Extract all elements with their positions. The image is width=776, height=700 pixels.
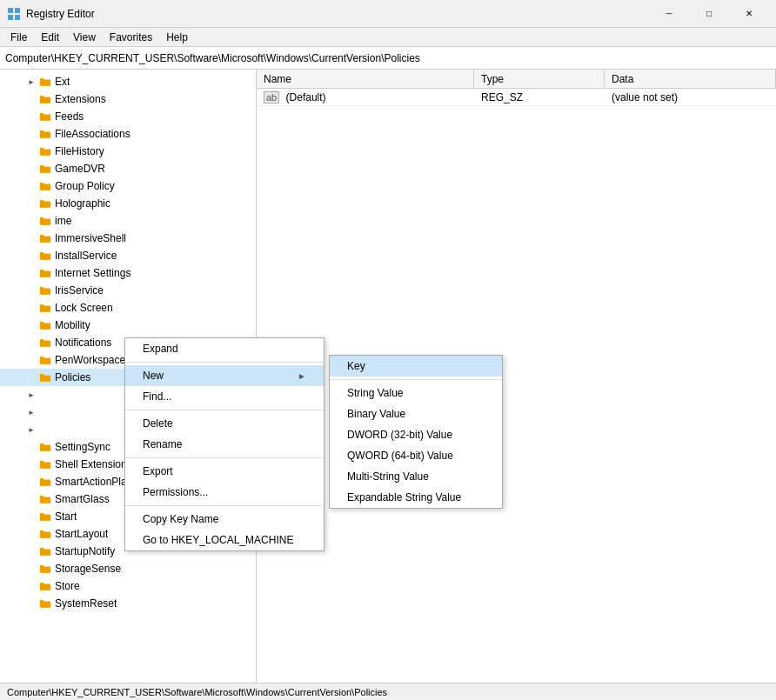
menu-edit[interactable]: Edit bbox=[34, 30, 66, 45]
folder-icon bbox=[38, 127, 52, 141]
tree-item[interactable]: Feeds bbox=[0, 108, 256, 125]
ctx-delete[interactable]: Delete bbox=[125, 413, 324, 434]
title-bar: Registry Editor ─ □ ✕ bbox=[0, 0, 776, 28]
tree-item[interactable]: SystemReset bbox=[0, 595, 256, 612]
maximize-button[interactable]: □ bbox=[689, 0, 729, 28]
chevron-icon: ► bbox=[24, 388, 38, 402]
tree-item[interactable]: ime bbox=[0, 212, 256, 230]
tree-item[interactable]: Mobility bbox=[0, 317, 256, 334]
ctx-find[interactable]: Find... bbox=[125, 386, 324, 407]
svg-rect-0 bbox=[8, 8, 13, 13]
menu-favorites[interactable]: Favorites bbox=[103, 30, 159, 45]
submenu-string-value[interactable]: String Value bbox=[330, 383, 502, 403]
ctx-sep-4 bbox=[125, 505, 324, 506]
detail-cell-name: ab (Default) bbox=[257, 91, 474, 103]
ctx-permissions[interactable]: Permissions... bbox=[125, 482, 324, 503]
folder-icon bbox=[38, 544, 52, 558]
ctx-new[interactable]: New ► bbox=[125, 365, 324, 386]
chevron-icon bbox=[24, 492, 38, 506]
tree-item-label: Feeds bbox=[55, 110, 84, 123]
submenu-multi-string[interactable]: Multi-String Value bbox=[330, 466, 502, 487]
tree-item-label: IrisService bbox=[55, 284, 104, 297]
tree-item[interactable]: Group Policy bbox=[0, 177, 256, 195]
tree-item[interactable]: Holographic bbox=[0, 195, 256, 212]
ctx-export[interactable]: Export bbox=[125, 461, 324, 482]
sub-sep-1 bbox=[330, 379, 502, 380]
tree-item[interactable]: IrisService bbox=[0, 282, 256, 299]
chevron-icon bbox=[24, 336, 38, 350]
ctx-goto-hklm[interactable]: Go to HKEY_LOCAL_MACHINE bbox=[125, 530, 324, 550]
tree-item-label: StorageSense bbox=[55, 563, 121, 575]
tree-item[interactable]: FileHistory bbox=[0, 143, 256, 160]
submenu[interactable]: Key String Value Binary Value DWORD (32-… bbox=[329, 355, 503, 509]
col-header-data: Data bbox=[605, 70, 776, 88]
tree-item-label: Notifications bbox=[55, 337, 111, 349]
tree-item-label: Ext bbox=[55, 76, 70, 88]
svg-rect-2 bbox=[8, 15, 13, 20]
status-text: Computer\HKEY_CURRENT_USER\Software\Micr… bbox=[7, 687, 387, 697]
tree-item[interactable]: StorageSense bbox=[0, 560, 256, 577]
tree-item-label: Group Policy bbox=[55, 180, 115, 192]
menu-view[interactable]: View bbox=[66, 30, 103, 45]
detail-cell-type: REG_SZ bbox=[474, 91, 605, 103]
status-bar: Computer\HKEY_CURRENT_USER\Software\Micr… bbox=[0, 683, 776, 700]
tree-item-label: Lock Screen bbox=[55, 302, 113, 314]
ctx-expand[interactable]: Expand bbox=[125, 338, 324, 359]
tree-item-label: Store bbox=[55, 580, 80, 592]
tree-item[interactable]: GameDVR bbox=[0, 160, 256, 177]
tree-item[interactable]: FileAssociations bbox=[0, 125, 256, 143]
chevron-icon bbox=[24, 266, 38, 280]
tree-item-label: Mobility bbox=[55, 319, 90, 331]
tree-item[interactable]: Store bbox=[0, 577, 256, 595]
tree-item[interactable]: InstallService bbox=[0, 247, 256, 264]
tree-item[interactable]: ImmersiveShell bbox=[0, 230, 256, 247]
tree-item-label: Policies bbox=[55, 371, 90, 383]
chevron-icon bbox=[24, 544, 38, 558]
ctx-rename[interactable]: Rename bbox=[125, 434, 324, 455]
menu-bar: File Edit View Favorites Help bbox=[0, 28, 776, 47]
chevron-icon bbox=[24, 527, 38, 541]
folder-icon bbox=[38, 92, 52, 106]
folder-icon bbox=[38, 562, 52, 576]
ctx-sep-3 bbox=[125, 457, 324, 458]
chevron-icon bbox=[24, 92, 38, 106]
detail-cell-data: (value not set) bbox=[605, 91, 776, 103]
tree-item-label: ime bbox=[55, 215, 71, 227]
menu-help[interactable]: Help bbox=[159, 30, 195, 45]
submenu-expandable-string[interactable]: Expandable String Value bbox=[330, 487, 502, 508]
folder-icon bbox=[38, 301, 52, 315]
col-header-type: Type bbox=[474, 70, 605, 88]
tree-item[interactable]: Extensions bbox=[0, 90, 256, 108]
minimize-button[interactable]: ─ bbox=[649, 0, 689, 28]
tree-item[interactable]: ► Ext bbox=[0, 73, 256, 90]
close-button[interactable]: ✕ bbox=[729, 0, 769, 28]
submenu-binary-value[interactable]: Binary Value bbox=[330, 403, 502, 424]
folder-icon bbox=[38, 597, 52, 610]
folder-icon bbox=[38, 231, 52, 245]
tree-item-label: PenWorkspace bbox=[55, 354, 125, 366]
chevron-icon bbox=[24, 597, 38, 610]
address-bar: Computer\HKEY_CURRENT_USER\Software\Micr… bbox=[0, 47, 776, 70]
folder-icon bbox=[38, 266, 52, 280]
detail-row[interactable]: ab (Default) REG_SZ (value not set) bbox=[257, 89, 776, 106]
chevron-icon bbox=[24, 475, 38, 489]
tree-item-label: Holographic bbox=[55, 197, 110, 210]
ctx-sep-1 bbox=[125, 362, 324, 363]
tree-item[interactable]: Internet Settings bbox=[0, 264, 256, 282]
tree-item-label: SettingSync bbox=[55, 441, 110, 453]
chevron-icon bbox=[24, 510, 38, 523]
folder-icon bbox=[38, 110, 52, 123]
tree-item[interactable]: Lock Screen bbox=[0, 299, 256, 317]
context-menu[interactable]: Expand New ► Find... Delete Rename Expor… bbox=[124, 337, 324, 551]
address-path[interactable]: Computer\HKEY_CURRENT_USER\Software\Micr… bbox=[5, 52, 771, 64]
chevron-icon bbox=[24, 197, 38, 210]
submenu-qword-value[interactable]: QWORD (64-bit) Value bbox=[330, 445, 502, 466]
submenu-key[interactable]: Key bbox=[330, 356, 502, 377]
chevron-icon bbox=[24, 562, 38, 576]
menu-file[interactable]: File bbox=[3, 30, 34, 45]
submenu-dword-value[interactable]: DWORD (32-bit) Value bbox=[330, 424, 502, 445]
folder-icon bbox=[38, 475, 52, 489]
svg-rect-1 bbox=[15, 8, 20, 13]
ctx-copy-key-name[interactable]: Copy Key Name bbox=[125, 509, 324, 530]
tree-item-label: FileAssociations bbox=[55, 128, 130, 140]
